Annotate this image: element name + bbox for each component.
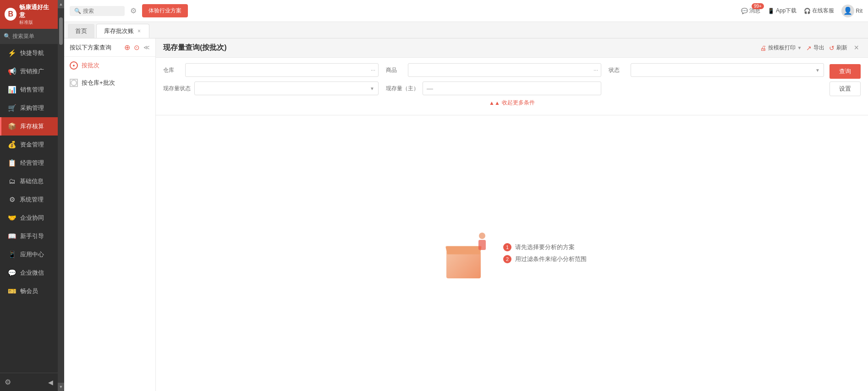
print-icon: 🖨 xyxy=(760,44,766,52)
filter-by-batch-label: 按批次 xyxy=(82,61,99,70)
filter-add-icon[interactable]: ⊕ xyxy=(124,43,130,52)
product-expand-icon[interactable]: ··· xyxy=(591,67,601,73)
tab-inventory-batch[interactable]: 库存批次账 × xyxy=(96,24,149,38)
page-title: 现存量查询(按批次) xyxy=(163,43,227,53)
operations-icon: 📋 xyxy=(8,159,16,167)
query-button[interactable]: 查询 xyxy=(830,64,861,79)
warehouse-input[interactable] xyxy=(186,67,368,73)
filter-active-radio: ● xyxy=(70,61,78,70)
user-avatar: 👤 xyxy=(841,5,854,17)
sidebar-item-basic[interactable]: 🗂 基础信息 xyxy=(0,172,58,190)
sidebar-logo: B xyxy=(5,8,16,21)
sidebar-item-system[interactable]: ⚙ 系统管理 xyxy=(0,190,58,209)
settings-footer-icon[interactable]: ⚙ xyxy=(5,378,11,386)
status-select-wrap[interactable]: ▼ xyxy=(631,63,824,77)
product-input[interactable] xyxy=(408,67,591,73)
enterprise-icon: 🤝 xyxy=(8,214,16,222)
sidebar-nav: ⚡ 快捷导航 📢 营销推广 📊 销售管理 🛒 采购管理 📦 库存核算 💰 xyxy=(0,44,58,373)
page-close-button[interactable]: × xyxy=(852,43,861,53)
filter-settings-icon[interactable]: ⊙ xyxy=(134,43,140,52)
sidebar-item-inventory[interactable]: 📦 库存核算 xyxy=(0,117,58,136)
sidebar-scrollbar: ▲ ▼ xyxy=(58,0,64,391)
topbar-icons: 💬 消息 99+ 📱 App下载 🎧 在线客服 👤 Rit xyxy=(741,5,863,17)
marketing-icon: 📢 xyxy=(8,67,16,76)
sidebar-item-enterprise[interactable]: 🤝 企业协同 xyxy=(0,209,58,227)
print-template-action[interactable]: 🖨 按模板打印 ▼ xyxy=(760,44,802,52)
export-icon: ↗ xyxy=(806,44,812,52)
sidebar-item-marketing[interactable]: 📢 营销推广 xyxy=(0,62,58,81)
sidebar-item-shortcut[interactable]: ⚡ 快捷导航 xyxy=(0,44,58,62)
user-avatar-item[interactable]: 👤 Rit xyxy=(841,5,863,17)
filter-panel-actions: ⊕ ⊙ ≪ xyxy=(124,43,150,52)
filter-collapse-icon[interactable]: ≪ xyxy=(143,44,150,51)
stock-status-field: 现存量状态 ▼ xyxy=(163,81,379,95)
sidebar-item-sales[interactable]: 📊 销售管理 xyxy=(0,81,58,99)
stock-qty-field: 现存量（主） — xyxy=(386,81,601,95)
refresh-label: 刷新 xyxy=(836,44,847,52)
status-field: 状态 ▼ xyxy=(609,63,824,77)
app-download-label: App下载 xyxy=(776,7,797,15)
sidebar-item-purchase[interactable]: 🛒 采购管理 xyxy=(0,99,58,117)
trial-industry-button[interactable]: 体验行业方案 xyxy=(142,4,188,17)
product-input-wrap[interactable]: ··· xyxy=(408,63,601,77)
tabbar: 首页 库存批次账 × xyxy=(64,22,868,38)
export-label: 导出 xyxy=(813,44,824,52)
system-icon: ⚙ xyxy=(8,196,16,204)
wechat-icon: 💬 xyxy=(8,269,16,277)
guide-icon: 📖 xyxy=(8,232,16,240)
stock-qty-wrap[interactable]: — xyxy=(423,81,601,95)
status-label: 状态 xyxy=(609,66,627,74)
topbar-search-input[interactable] xyxy=(83,8,120,14)
tab-home[interactable]: 首页 xyxy=(68,24,94,38)
form-action-buttons: 查询 设置 xyxy=(830,63,861,96)
sidebar-brand: 畅康通好生意 标准版 xyxy=(19,4,53,25)
messages-icon-item[interactable]: 💬 消息 99+ xyxy=(741,7,760,15)
export-action[interactable]: ↗ 导出 xyxy=(806,44,824,52)
warehouse-expand-icon[interactable]: ··· xyxy=(368,67,378,73)
warehouse-label: 仓库 xyxy=(163,66,181,74)
empty-state: 1 请先选择要分析的方案 2 用过滤条件来缩小分析范围 xyxy=(156,115,868,391)
stock-status-label: 现存量状态 xyxy=(163,85,191,92)
page-content: 按以下方案查询 ⊕ ⊙ ≪ ● 按批次 按仓库+批次 xyxy=(64,38,868,391)
sidebar-item-operations[interactable]: 📋 经营管理 xyxy=(0,154,58,172)
hint-number-1: 1 xyxy=(503,243,511,251)
message-icon: 💬 xyxy=(741,8,748,14)
tab-close-icon[interactable]: × xyxy=(137,28,142,34)
empty-figure xyxy=(476,233,489,255)
online-service-label: 在线客服 xyxy=(812,7,834,15)
scroll-up-btn[interactable]: ▲ xyxy=(58,0,64,8)
topbar-search-icon: 🔍 xyxy=(74,8,81,14)
sidebar-item-member[interactable]: 🎫 畅会员 xyxy=(0,282,58,300)
collapse-more-conditions[interactable]: ▲▲ 收起更多条件 xyxy=(163,96,861,109)
product-label: 商品 xyxy=(386,66,404,74)
content-area: 现存量查询(按批次) 🖨 按模板打印 ▼ ↗ 导出 ↺ 刷新 xyxy=(156,38,868,391)
basic-icon: 🗂 xyxy=(8,177,16,185)
search-icon: 🔍 xyxy=(4,33,11,39)
app-center-icon: 📱 xyxy=(8,250,16,259)
query-form-row-1: 仓库 ··· 商品 ··· xyxy=(163,63,824,77)
topbar-settings-icon[interactable]: ⚙ xyxy=(128,5,138,17)
empty-hint-2: 2 用过滤条件来缩小分析范围 xyxy=(503,255,587,263)
filter-item-by-batch[interactable]: ● 按批次 xyxy=(64,57,155,74)
page-header: 现存量查询(按批次) 🖨 按模板打印 ▼ ↗ 导出 ↺ 刷新 xyxy=(156,38,868,58)
app-download-item[interactable]: 📱 App下载 xyxy=(768,7,797,15)
sidebar-search[interactable]: 🔍 搜索菜单 xyxy=(0,29,58,44)
sidebar-item-guide[interactable]: 📖 新手引导 xyxy=(0,227,58,245)
warehouse-input-wrap[interactable]: ··· xyxy=(185,63,379,77)
filter-item-by-warehouse-batch[interactable]: 按仓库+批次 xyxy=(64,74,155,92)
headset-icon: 🎧 xyxy=(804,8,811,14)
stock-status-select-wrap[interactable]: ▼ xyxy=(194,81,379,95)
refresh-action[interactable]: ↺ 刷新 xyxy=(829,44,847,52)
online-service-item[interactable]: 🎧 在线客服 xyxy=(804,7,834,15)
stock-status-arrow-icon: ▼ xyxy=(370,86,374,91)
collapse-up-icon: ▲▲ xyxy=(489,100,500,106)
sidebar-item-finance[interactable]: 💰 资金管理 xyxy=(0,136,58,154)
sidebar-item-wechat[interactable]: 💬 企业微信 xyxy=(0,264,58,282)
print-chevron-icon[interactable]: ▼ xyxy=(797,45,802,50)
empty-state-content: 1 请先选择要分析的方案 2 用过滤条件来缩小分析范围 xyxy=(437,228,587,278)
settings-button[interactable]: 设置 xyxy=(830,81,861,96)
hint-number-2: 2 xyxy=(503,255,511,263)
collapse-sidebar-icon[interactable]: ◀ xyxy=(48,379,53,386)
scroll-down-btn[interactable]: ▼ xyxy=(58,383,64,391)
sidebar-item-app-center[interactable]: 📱 应用中心 xyxy=(0,245,58,264)
